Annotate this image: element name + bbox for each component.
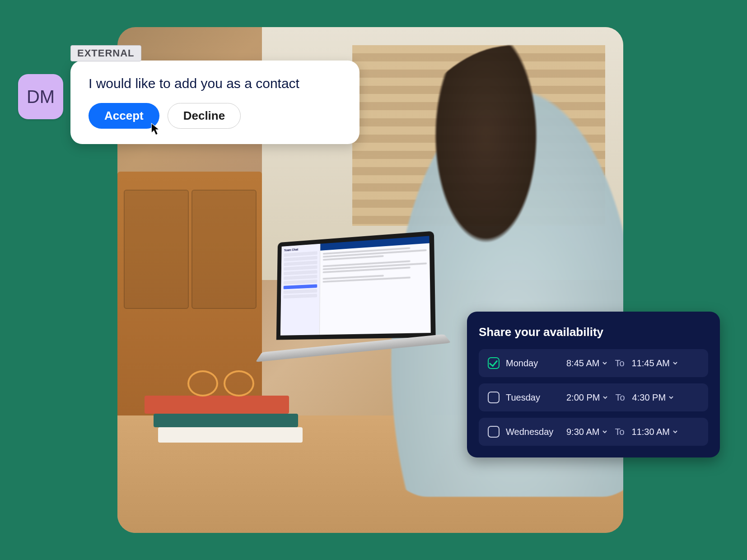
start-time-select[interactable]: 9:30 AM [566,427,607,437]
sidebar-row [284,275,317,280]
accept-button[interactable]: Accept [89,103,159,129]
sidebar-row [284,270,317,275]
chevron-down-icon [672,360,678,366]
laptop-screen: Team Chat [276,231,436,340]
books-stack [145,388,316,443]
to-label: To [615,392,625,403]
chevron-down-icon [602,395,608,400]
decline-button[interactable]: Decline [168,103,241,129]
eyeglasses [187,369,255,396]
availability-title: Share your availability [479,325,708,339]
availability-panel: Share your availability Monday 8:45 AM T… [467,312,720,457]
start-time-select[interactable]: 8:45 AM [566,358,607,369]
chevron-down-icon [602,429,607,434]
chevron-down-icon [672,429,678,434]
avatar: DM [18,74,63,119]
laptop-screen-inner: Team Chat [280,236,431,335]
day-label: Wednesday [506,427,560,437]
book [154,414,298,427]
contact-request-card: DM EXTERNAL I would like to add you as a… [18,45,359,144]
start-time-value: 2:00 PM [566,392,600,403]
chevron-down-icon [668,395,674,400]
sidebar-row [284,280,317,285]
checkbox-monday[interactable] [488,357,500,369]
checkbox-tuesday[interactable] [488,392,500,403]
app-content [320,243,430,286]
book [158,427,303,443]
end-time-select[interactable]: 11:45 AM [632,358,678,369]
availability-row-tuesday: Tuesday 2:00 PM To 4:30 PM [479,383,708,411]
contact-message: I would like to add you as a contact [89,76,340,91]
end-time-select[interactable]: 4:30 PM [632,392,674,403]
contact-bubble: I would like to add you as a contact Acc… [70,61,359,144]
availability-row-monday: Monday 8:45 AM To 11:45 AM [479,349,708,377]
start-time-select[interactable]: 2:00 PM [566,392,608,403]
availability-row-wednesday: Wednesday 9:30 AM To 11:30 AM [479,418,708,446]
to-label: To [615,358,624,369]
start-time-value: 9:30 AM [566,427,599,437]
app-main [320,236,431,335]
avatar-initials: DM [27,87,55,107]
checkbox-wednesday[interactable] [488,426,500,438]
end-time-value: 4:30 PM [632,392,666,403]
laptop: Team Chat [257,235,438,361]
sidebar-row [283,294,317,299]
contact-actions: Accept Decline [89,103,340,129]
contact-card: EXTERNAL I would like to add you as a co… [70,45,359,144]
end-time-value: 11:45 AM [632,358,670,369]
chevron-down-icon [602,360,607,366]
to-label: To [615,427,624,437]
sidebar-row [283,289,317,294]
end-time-value: 11:30 AM [632,427,670,437]
book [145,396,289,414]
start-time-value: 8:45 AM [566,358,599,369]
sidebar-row-active [284,284,317,289]
end-time-select[interactable]: 11:30 AM [632,427,678,437]
external-badge: EXTERNAL [70,45,141,61]
day-label: Tuesday [506,392,560,403]
app-sidebar-title: Team Chat [284,247,317,252]
day-label: Monday [506,358,560,369]
app-sidebar: Team Chat [280,244,321,336]
